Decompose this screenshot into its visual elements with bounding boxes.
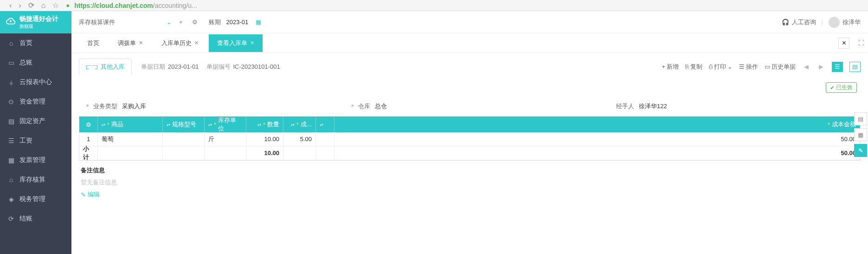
url-bar[interactable]: ● https://cloud.chanjet.com/accounting/u…: [66, 2, 859, 9]
browser-bar: ‹ › ⟳ ⌂ ☆ ● https://cloud.chanjet.com/ac…: [0, 0, 868, 11]
star-icon[interactable]: ☆: [52, 1, 59, 10]
home-icon[interactable]: ⌂: [41, 1, 46, 10]
back-icon[interactable]: ‹: [9, 1, 12, 10]
forward-icon[interactable]: ›: [19, 1, 21, 10]
refresh-icon[interactable]: ⟳: [28, 1, 34, 10]
